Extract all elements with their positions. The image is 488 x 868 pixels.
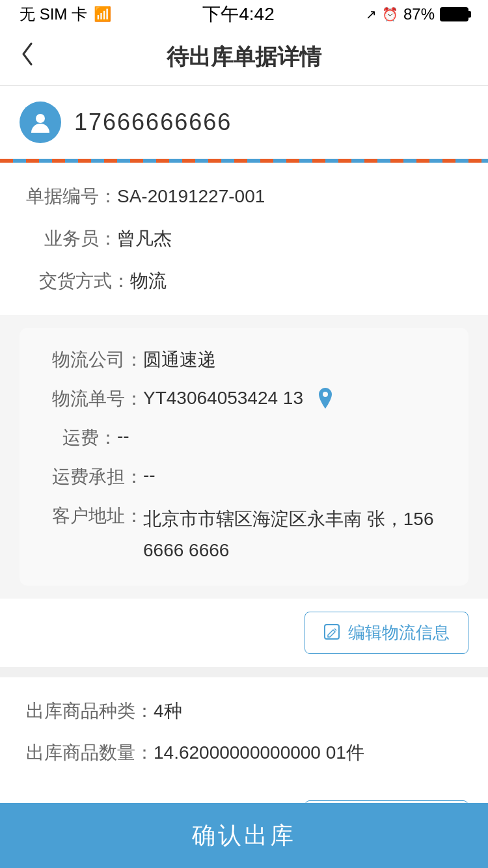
tracking-number-label: 物流单号： xyxy=(39,387,143,411)
address-label: 客户地址： xyxy=(39,504,143,528)
battery-text: 87% xyxy=(403,5,435,23)
freight-bearer-row: 运费承担： -- xyxy=(39,465,449,489)
outbound-stats-section: 出库商品种类： 4种 出库商品数量： 14.62000000000000 01件 xyxy=(0,677,488,788)
alarm-icon: ⏰ xyxy=(382,7,398,22)
sales-rep-value: 曾凡杰 xyxy=(117,224,462,254)
address-value: 北京市市辖区海淀区永丰南 张，156 6666 6666 xyxy=(143,504,449,565)
sales-rep-row: 业务员： 曾凡杰 xyxy=(26,224,462,254)
delivery-row: 交货方式： 物流 xyxy=(26,267,462,296)
status-left: 无 SIM 卡 📶 xyxy=(20,4,111,25)
quantity-row: 出库商品数量： 14.62000000000000 01件 xyxy=(26,739,462,768)
tracking-location-icon[interactable] xyxy=(314,387,337,410)
location-status-icon: ↗ xyxy=(366,7,377,22)
types-label: 出库商品种类： xyxy=(26,697,154,726)
address-row: 客户地址： 北京市市辖区海淀区永丰南 张，156 6666 6666 xyxy=(39,504,449,565)
order-number-value: SA-20191227-001 xyxy=(117,182,462,211)
section-divider-1 xyxy=(0,667,488,677)
customer-header: 17666666666 xyxy=(0,86,488,159)
quantity-label: 出库商品数量： xyxy=(26,739,154,768)
delivery-value: 物流 xyxy=(130,267,462,296)
logistics-company-value: 圆通速递 xyxy=(143,347,449,372)
freight-row: 运费： -- xyxy=(39,426,449,450)
edit-logistics-label: 编辑物流信息 xyxy=(348,621,450,644)
status-right: ↗ ⏰ 87% xyxy=(366,5,468,23)
order-number-row: 单据编号： SA-20191227-001 xyxy=(26,182,462,211)
delivery-label: 交货方式： xyxy=(26,267,130,296)
status-time: 下午4:42 xyxy=(202,2,275,27)
customer-phone: 17666666666 xyxy=(74,109,232,136)
battery-indicator xyxy=(440,7,468,21)
nav-bar: 待出库单据详情 xyxy=(0,29,488,86)
wifi-icon: 📶 xyxy=(94,6,111,23)
order-number-label: 单据编号： xyxy=(26,182,117,211)
tracking-number-row: 物流单号： YT43064053424 13 xyxy=(39,387,449,411)
logistics-company-label: 物流公司： xyxy=(39,347,143,372)
edit-btn-row: 编辑物流信息 xyxy=(0,599,488,667)
types-value: 4种 xyxy=(154,697,462,726)
tracking-number-value: YT43064053424 13 xyxy=(143,388,303,409)
order-info-section: 单据编号： SA-20191227-001 业务员： 曾凡杰 交货方式： 物流 xyxy=(0,163,488,315)
status-bar: 无 SIM 卡 📶 下午4:42 ↗ ⏰ 87% xyxy=(0,0,488,29)
freight-bearer-label: 运费承担： xyxy=(39,465,143,489)
freight-value: -- xyxy=(117,426,449,446)
edit-icon xyxy=(323,623,342,642)
sales-rep-label: 业务员： xyxy=(26,224,117,254)
page-title: 待出库单据详情 xyxy=(167,42,321,72)
edit-logistics-button[interactable]: 编辑物流信息 xyxy=(305,612,468,654)
logistics-card: 物流公司： 圆通速递 物流单号： YT43064053424 13 运费： --… xyxy=(20,328,468,585)
logistics-company-row: 物流公司： 圆通速递 xyxy=(39,347,449,372)
tracking-value-container: YT43064053424 13 xyxy=(143,387,337,410)
back-button[interactable] xyxy=(20,41,35,73)
confirm-outbound-label: 确认出库 xyxy=(192,822,296,848)
freight-label: 运费： xyxy=(39,426,117,450)
carrier-text: 无 SIM 卡 xyxy=(20,4,87,25)
svg-point-0 xyxy=(36,114,45,123)
avatar xyxy=(20,102,61,143)
freight-bearer-value: -- xyxy=(143,465,449,485)
confirm-outbound-button[interactable]: 确认出库 xyxy=(0,803,488,868)
types-row: 出库商品种类： 4种 xyxy=(26,697,462,726)
quantity-value: 14.62000000000000 01件 xyxy=(154,739,462,768)
